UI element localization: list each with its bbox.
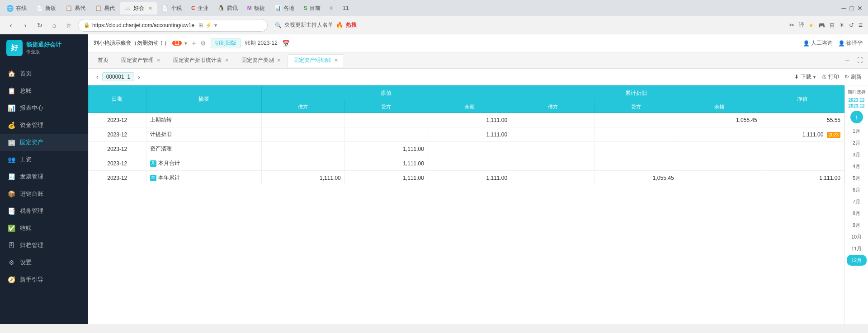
period-month-2[interactable]: 2月: [847, 137, 867, 148]
back-button[interactable]: ‹: [5, 20, 16, 31]
reload-button[interactable]: ↻: [34, 20, 45, 31]
sidebar-item-reports[interactable]: 📊 报表中心: [0, 99, 88, 117]
sidebar-item-archive[interactable]: 🗄 归档管理: [0, 237, 88, 254]
browser-tab-haohui[interactable]: ☁️ 好会 ✕: [120, 2, 157, 14]
calendar-icon[interactable]: 📅: [282, 40, 290, 47]
sidebar-item-sales-purchase[interactable]: 📦 进销台账: [0, 185, 88, 202]
tab-close-icon[interactable]: ✕: [156, 57, 160, 63]
period-month-4[interactable]: 4月: [847, 161, 867, 172]
forward-button[interactable]: ›: [20, 20, 31, 31]
company-selector[interactable]: 刘小艳演示账套（勿删勿动！） 11 ▾: [94, 39, 187, 47]
sidebar-item-guide[interactable]: 🧭 新手引导: [0, 271, 88, 288]
browser-tab-tencent[interactable]: 🐧 腾讯: [213, 2, 242, 14]
tab-menu-button[interactable]: 11: [339, 3, 353, 14]
window-controls: ─ ⛶: [843, 56, 864, 65]
sidebar-item-capital[interactable]: 💰 资金管理: [0, 117, 88, 134]
period-month-6[interactable]: 6月: [847, 184, 867, 195]
tab-close-icon[interactable]: ✕: [277, 57, 281, 63]
sidebar: 好 畅捷通好会计 专业版 🏠 首页 📋 总账 📊 报表中心 💰 资金管理: [0, 34, 88, 324]
sidebar-item-tax[interactable]: 📑 税务管理: [0, 202, 88, 220]
flash-icon[interactable]: ⚡: [205, 22, 212, 28]
sidebar-item-home[interactable]: 🏠 首页: [0, 65, 88, 82]
add-button[interactable]: +: [192, 39, 196, 47]
period-month-12[interactable]: 12月: [847, 255, 867, 266]
sidebar-item-closing[interactable]: ✅ 结账: [0, 220, 88, 237]
sidebar-item-general-ledger[interactable]: 📋 总账: [0, 82, 88, 99]
browser-tab-muqian[interactable]: S 目前: [299, 2, 325, 14]
sidebar-item-fixed-assets[interactable]: 🏢 固定资产: [0, 134, 88, 151]
close-window-button[interactable]: ✕: [857, 5, 863, 12]
minimize-button[interactable]: ─: [842, 5, 846, 12]
support-button[interactable]: 👤 人工咨询: [803, 39, 833, 47]
star-icon[interactable]: ★: [809, 22, 814, 28]
browser-tab-new[interactable]: 📄 新版: [32, 2, 61, 14]
year-badge: 2023: [827, 132, 840, 138]
period-month-5[interactable]: 5月: [847, 173, 867, 183]
maximize-button[interactable]: □: [850, 5, 854, 12]
cell-accum-debit: [511, 171, 594, 185]
settings-gear-icon[interactable]: ⚙: [200, 40, 206, 47]
tab-depreciation-stats[interactable]: 固定资产折旧统计表 ✕: [167, 54, 235, 67]
cell-accum-balance: [678, 127, 761, 142]
tab-fixed-assets-mgmt[interactable]: 固定资产管理 ✕: [115, 54, 166, 67]
user-profile-button[interactable]: 👤 徐译华: [838, 39, 863, 47]
browser-tab-yidai1[interactable]: 📋 易代: [61, 2, 90, 14]
home-icon: 🏠: [7, 70, 15, 78]
period-month-11[interactable]: 11月: [847, 243, 867, 254]
sidebar-item-invoice[interactable]: 🧾 发票管理: [0, 168, 88, 185]
header-date: 日期: [89, 86, 146, 113]
dropdown-icon[interactable]: ▾: [214, 22, 217, 28]
brightness-icon[interactable]: ☀: [839, 22, 844, 28]
game-icon[interactable]: 🎮: [818, 22, 825, 28]
switch-old-version-button[interactable]: 切到旧版: [211, 38, 241, 48]
collapse-icon[interactable]: ─: [843, 56, 852, 65]
undo-icon[interactable]: ↺: [849, 22, 854, 28]
tab-fixed-assets-detail[interactable]: 固定资产明细账 ✕: [288, 54, 344, 67]
sidebar-item-payroll[interactable]: 👥 工资: [0, 151, 88, 168]
period-month-10[interactable]: 10月: [847, 231, 867, 242]
translate-icon[interactable]: 译: [799, 21, 804, 29]
browser-tab-gedi[interactable]: 📊 各地: [270, 2, 299, 14]
dropdown-chevron-icon: ▾: [184, 40, 187, 47]
tab-close-icon[interactable]: ✕: [334, 57, 338, 63]
cell-accum-balance: [678, 142, 761, 156]
capital-icon: 💰: [7, 121, 15, 129]
browser-tab-enterprise[interactable]: C 企业: [187, 2, 213, 14]
header-accum-balance: 余额: [678, 101, 761, 113]
scroll-up-button[interactable]: ↑: [850, 111, 863, 123]
period-month-3[interactable]: 3月: [847, 149, 867, 160]
period-month-7[interactable]: 7月: [847, 196, 867, 207]
grid-icon[interactable]: ⊞: [830, 22, 835, 28]
bookmark-button[interactable]: ☆: [63, 20, 74, 31]
period-month-8[interactable]: 8月: [847, 208, 867, 219]
expand-icon[interactable]: ⛶: [855, 56, 864, 65]
toolbar-right: ⬇ 下载 ▾ 🖨 打印 ↻ 刷新: [794, 73, 862, 81]
browser-tab-changjie[interactable]: M 畅捷: [243, 2, 269, 14]
url-bar[interactable]: 🔒 https://cloud.chanjet.com/accounting/u…: [78, 19, 268, 32]
close-icon[interactable]: ✕: [148, 5, 152, 11]
sidebar-item-settings[interactable]: ⚙ 设置: [0, 254, 88, 271]
new-tab-button[interactable]: +: [326, 4, 337, 12]
cell-orig-balance: 1,111.00: [428, 171, 511, 185]
tab-close-icon[interactable]: ✕: [225, 57, 229, 63]
next-page-button[interactable]: ›: [136, 73, 142, 80]
browser-tab-geshui[interactable]: 📄 个税: [157, 2, 186, 14]
logo-icon: 好: [6, 40, 23, 56]
archive-icon: 🗄: [7, 241, 15, 249]
refresh-button[interactable]: ↻ 刷新: [844, 73, 862, 81]
period-month-9[interactable]: 9月: [847, 220, 867, 230]
download-dropdown-icon[interactable]: ▾: [813, 75, 816, 80]
print-button[interactable]: 🖨 打印: [821, 73, 839, 81]
browser-tab-yidai2[interactable]: 📋 易代: [90, 2, 119, 14]
qr-icon[interactable]: ⊞: [198, 22, 203, 28]
home-button[interactable]: ⌂: [49, 20, 60, 31]
menu-icon[interactable]: ≡: [859, 21, 863, 29]
prev-page-button[interactable]: ‹: [94, 73, 100, 80]
period-month-1[interactable]: 1月: [847, 126, 867, 136]
cell-net-value: [761, 156, 844, 171]
browser-tab-online[interactable]: 🌐 在线: [2, 2, 31, 14]
download-button[interactable]: ⬇ 下载 ▾: [794, 73, 816, 81]
tab-home[interactable]: 首页: [92, 54, 114, 67]
scissors-icon[interactable]: ✂: [789, 22, 794, 28]
tab-fixed-assets-category[interactable]: 固定资产类别 ✕: [236, 54, 287, 67]
